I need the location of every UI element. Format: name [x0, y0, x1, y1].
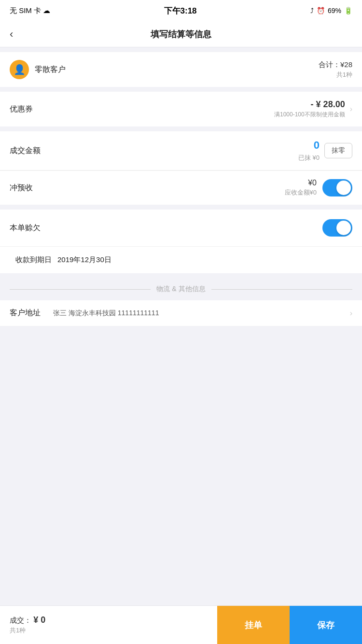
location-icon: ⤴ [310, 7, 314, 14]
avatar: 👤 [10, 60, 29, 79]
bottom-deal-amount: 成交： ¥ 0 [10, 615, 208, 625]
debt-toggle[interactable] [322, 219, 352, 237]
bottom-deal-value: ¥ 0 [33, 615, 45, 625]
toggle-knob [336, 181, 351, 195]
alarm-icon: ⏰ [317, 7, 325, 14]
hold-order-button[interactable]: 挂单 [217, 606, 290, 644]
due-date-label: 收款到期日 [15, 255, 52, 264]
coupon-label: 优惠券 [10, 104, 33, 114]
logistics-divider: 物流 & 其他信息 [0, 278, 362, 300]
pre-receipt-left: 冲预收 [10, 183, 33, 193]
pre-receipt-right: ¥0 应收金额¥0 [285, 179, 352, 197]
nav-bar: ‹ 填写结算等信息 [0, 21, 362, 47]
debt-section: 本单赊欠 收款到期日2019年12月30日 [0, 210, 362, 273]
deal-sub-text: 已抹 ¥0 [298, 154, 320, 162]
pre-receipt-label: 冲预收 [10, 183, 33, 193]
page-title: 填写结算等信息 [151, 28, 211, 40]
address-chevron-icon: › [350, 309, 352, 318]
coupon-chevron-icon: › [350, 105, 352, 113]
battery-label: 69% [328, 7, 341, 14]
coupon-discount: - ¥ 28.00 [274, 99, 345, 110]
deal-amount-col: 0 已抹 ¥0 [298, 139, 320, 162]
debt-row: 本单赊欠 [0, 210, 362, 246]
due-date-value: 2019年12月30日 [57, 255, 111, 264]
customer-info-left: 👤 零散客户 [10, 60, 66, 79]
avatar-icon: 👤 [14, 64, 26, 75]
deal-section: 成交金额 0 已抹 ¥0 抹零 冲预收 ¥0 应收金额¥0 [0, 131, 362, 205]
bottom-summary: 成交： ¥ 0 共1种 [0, 615, 217, 635]
customer-row: 👤 零散客户 合计：¥28 共1种 [0, 52, 362, 87]
no-sim-label: 无 SIM 卡 ☁ [10, 6, 50, 15]
coupon-section: 优惠券 - ¥ 28.00 满1000-100不限制使用金额 › [0, 92, 362, 126]
bottom-bar: 成交： ¥ 0 共1种 挂单 保存 [0, 605, 362, 644]
coupon-sub-text: 满1000-100不限制使用金额 [274, 111, 345, 119]
coupon-row[interactable]: 优惠券 - ¥ 28.00 满1000-100不限制使用金额 › [0, 92, 362, 126]
divider-line-left [10, 289, 151, 290]
debt-label: 本单赊欠 [10, 223, 41, 233]
deal-amount-row: 成交金额 0 已抹 ¥0 抹零 [0, 131, 362, 170]
address-row[interactable]: 客户地址 张三 海淀永丰科技园 11111111111 › [0, 300, 362, 326]
address-value: 张三 海淀永丰科技园 11111111111 [53, 309, 350, 318]
status-right: ⤴ ⏰ 69% 🔋 [310, 7, 352, 14]
debt-toggle-knob [336, 221, 351, 235]
pre-receipt-value: ¥0 [285, 179, 317, 187]
back-button[interactable]: ‹ [10, 28, 13, 41]
pre-receipt-sub: 应收金额¥0 [285, 188, 317, 197]
status-time: 下午3:18 [164, 5, 197, 16]
status-bar: 无 SIM 卡 ☁ 下午3:18 ⤴ ⏰ 69% 🔋 [0, 0, 362, 21]
customer-count: 共1种 [319, 70, 352, 79]
battery-icon: 🔋 [344, 7, 352, 14]
bottom-deal-label: 成交： [10, 616, 31, 624]
logistics-label: 物流 & 其他信息 [156, 285, 205, 294]
pre-receipt-row: 冲预收 ¥0 应收金额¥0 [0, 170, 362, 205]
save-button[interactable]: 保存 [290, 606, 362, 644]
due-date-row: 收款到期日2019年12月30日 [0, 246, 362, 273]
status-left: 无 SIM 卡 ☁ [10, 6, 50, 15]
pre-receipt-value-block: ¥0 应收金额¥0 [285, 179, 317, 197]
content-area: 👤 零散客户 合计：¥28 共1种 优惠券 - ¥ 28.00 满1000-10… [0, 52, 362, 374]
pre-receipt-toggle[interactable] [322, 179, 352, 196]
round-down-button[interactable]: 抹零 [324, 143, 352, 158]
divider-line-right [211, 289, 352, 290]
coupon-right: - ¥ 28.00 满1000-100不限制使用金额 › [274, 99, 352, 119]
deal-amount-right: 0 已抹 ¥0 抹零 [298, 139, 352, 162]
deal-amount-value: 0 [298, 139, 320, 152]
deal-amount-label: 成交金额 [10, 146, 41, 156]
coupon-value-block: - ¥ 28.00 满1000-100不限制使用金额 [274, 99, 345, 119]
address-label: 客户地址 [10, 308, 48, 318]
customer-info-right: 合计：¥28 共1种 [319, 60, 352, 79]
customer-name: 零散客户 [35, 65, 66, 75]
bottom-count: 共1种 [10, 626, 208, 635]
customer-total: 合计：¥28 [319, 60, 352, 70]
